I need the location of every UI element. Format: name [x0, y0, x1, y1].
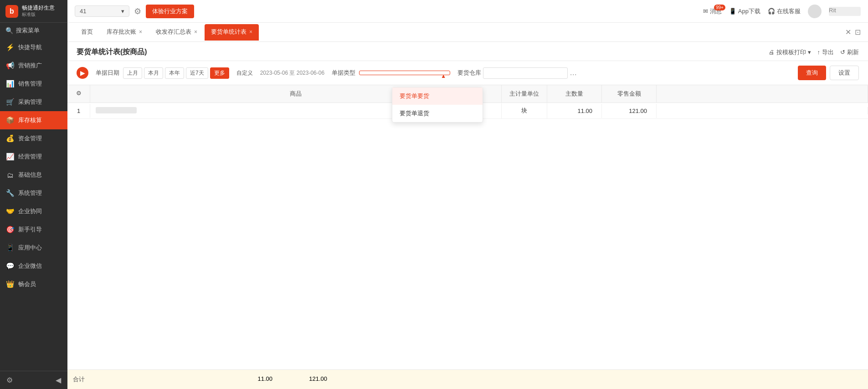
th-settings[interactable]: ⚙ — [67, 85, 90, 102]
chevron-down-icon: ▾ — [121, 8, 124, 15]
sidebar-item-inventory[interactable]: 📦 库存核算 — [0, 111, 67, 129]
refresh-label: 刷新 — [847, 48, 859, 56]
sidebar-bottom: ⚙ ◀ — [0, 371, 67, 389]
topbar-gear-icon[interactable]: ⚙ — [134, 6, 141, 16]
date-this-year[interactable]: 本年 — [165, 67, 184, 79]
sidebar-item-enterprise[interactable]: 🤝 企业协同 — [0, 202, 67, 220]
collapse-icon[interactable]: ◀ — [56, 376, 61, 384]
sidebar-item-system[interactable]: 🔧 系统管理 — [0, 184, 67, 202]
sidebar-item-guide[interactable]: 🎯 新手引导 — [0, 220, 67, 239]
tab-close-icon[interactable]: × — [249, 29, 252, 35]
tab-inventory-batch-label: 库存批次账 — [107, 28, 136, 36]
app-download-btn[interactable]: 📱 App下载 — [729, 7, 760, 15]
td-qty: 11.00 — [547, 104, 602, 118]
filter-expand-btn[interactable]: ▶ — [77, 67, 88, 79]
date-last-month[interactable]: 上月 — [123, 67, 142, 79]
trial-btn[interactable]: 体验行业方案 — [146, 5, 194, 18]
user-avatar[interactable] — [808, 5, 822, 18]
quick-nav-icon: ⚡ — [5, 43, 15, 52]
company-selector[interactable]: 41 ▾ — [75, 5, 129, 17]
tab-receivable[interactable]: 收发存汇总表 × — [149, 24, 204, 41]
sidebar-item-label: 应用中心 — [18, 244, 42, 252]
dropdown-item-requisition-order[interactable]: 要货单要货 — [392, 87, 483, 105]
wechat-icon: 💬 — [5, 261, 15, 271]
search-menu-label: 搜索菜单 — [16, 26, 40, 35]
type-arrow-icon: ▲ — [441, 73, 446, 79]
messages-btn[interactable]: ✉ 消息 99+ — [703, 7, 722, 15]
refresh-btn[interactable]: ↺ 刷新 — [840, 48, 859, 56]
warehouse-label: 要货仓库 — [457, 69, 481, 77]
export-btn[interactable]: ↑ 导出 — [817, 48, 834, 56]
print-icon: 🖨 — [769, 49, 775, 56]
sidebar-item-finance[interactable]: 💰 资金管理 — [0, 129, 67, 148]
sidebar-item-label: 畅会员 — [18, 280, 36, 288]
sidebar-item-basic[interactable]: 🗂 基础信息 — [0, 166, 67, 184]
product-placeholder — [96, 107, 137, 113]
type-input[interactable]: ▲ — [359, 71, 450, 75]
tab-inventory-batch[interactable]: 库存批次账 × — [100, 24, 149, 41]
filter-bar: ▶ 单据日期 上月 本月 本年 近7天 更多 自定义 2023-05-06 至 … — [67, 61, 868, 85]
filter-actions: 查询 设置 — [798, 66, 859, 80]
sidebar-nav: ⚡ 快捷导航 📢 营销推广 📊 销售管理 🛒 采购管理 📦 库存核算 💰 资金管… — [0, 38, 67, 371]
search-menu[interactable]: 🔍 搜索菜单 — [0, 23, 67, 38]
sidebar-item-label: 新手引导 — [18, 225, 42, 234]
date-7days[interactable]: 近7天 — [186, 67, 208, 79]
purchase-icon: 🛒 — [5, 97, 15, 107]
type-label: 单据类型 — [332, 69, 355, 77]
tab-maximize-icon[interactable]: ⊡ — [855, 28, 861, 36]
date-this-month[interactable]: 本月 — [144, 67, 163, 79]
td-rest — [657, 107, 868, 114]
type-filter-group: 单据类型 ▲ 要货单要货 要货单退货 — [332, 69, 450, 77]
sidebar-item-purchase[interactable]: 🛒 采购管理 — [0, 93, 67, 111]
app-logo: b 畅捷通好生意 标准版 — [0, 0, 67, 23]
sidebar-item-label: 系统管理 — [18, 189, 42, 197]
enterprise-icon: 🤝 — [5, 207, 15, 216]
app-download-label: App下载 — [738, 7, 760, 15]
sidebar-item-marketing[interactable]: 📢 营销推广 — [0, 56, 67, 75]
sidebar-item-operations[interactable]: 📈 经营管理 — [0, 148, 67, 166]
tab-close-icon[interactable]: × — [194, 29, 197, 35]
tab-close-icon[interactable]: × — [139, 29, 142, 35]
tab-close-all-icon[interactable]: ✕ — [845, 28, 851, 36]
date-more[interactable]: 更多 — [210, 67, 229, 79]
footer-label: 合计 — [67, 370, 227, 389]
logo-icon: b — [5, 5, 18, 18]
sidebar-item-apps[interactable]: 📱 应用中心 — [0, 239, 67, 257]
date-custom[interactable]: 自定义 — [233, 68, 257, 78]
inventory-icon: 📦 — [5, 116, 15, 125]
page-title: 要货单统计表(按商品) — [77, 47, 147, 57]
date-filter-group: 单据日期 上月 本月 本年 近7天 更多 自定义 2023-05-06 至 20… — [96, 67, 324, 79]
page-content: 要货单统计表(按商品) 🖨 按模板打印 ▾ ↑ 导出 ↺ 刷新 ▶ — [67, 42, 868, 389]
search-icon: 🔍 — [5, 27, 13, 34]
tab-home[interactable]: 首页 — [75, 24, 99, 41]
settings-btn[interactable]: 设置 — [830, 66, 859, 80]
warehouse-input[interactable] — [483, 67, 568, 79]
sidebar-item-wechat[interactable]: 💬 企业微信 — [0, 257, 67, 275]
print-btn[interactable]: 🖨 按模板打印 ▾ — [769, 48, 811, 56]
online-service-btn[interactable]: 🎧 在线客服 — [768, 7, 801, 15]
basic-icon: 🗂 — [5, 170, 15, 179]
tab-requisition-label: 要货单统计表 — [211, 28, 247, 36]
refresh-icon: ↺ — [840, 49, 845, 56]
tabs-right-actions: ✕ ⊡ — [845, 28, 861, 36]
sidebar: b 畅捷通好生意 标准版 🔍 搜索菜单 ⚡ 快捷导航 📢 营销推广 📊 销售管理… — [0, 0, 67, 389]
sidebar-item-label: 经营管理 — [18, 153, 42, 161]
page-header: 要货单统计表(按商品) 🖨 按模板打印 ▾ ↑ 导出 ↺ 刷新 — [67, 42, 868, 61]
warehouse-more-icon[interactable]: … — [570, 69, 577, 77]
sidebar-item-member[interactable]: 👑 畅会员 — [0, 275, 67, 293]
sidebar-item-label: 资金管理 — [18, 134, 42, 143]
dropdown-item-requisition-return[interactable]: 要货单退货 — [392, 105, 483, 122]
export-icon: ↑ — [817, 49, 821, 56]
query-btn[interactable]: 查询 — [798, 66, 826, 80]
guide-icon: 🎯 — [5, 225, 15, 234]
tab-requisition[interactable]: 要货单统计表 × — [205, 24, 259, 41]
company-selector-text: 41 — [80, 8, 86, 15]
print-chevron-icon: ▾ — [808, 49, 811, 56]
sidebar-item-sales[interactable]: 📊 销售管理 — [0, 75, 67, 93]
topbar-right: ✉ 消息 99+ 📱 App下载 🎧 在线客服 Rit — [703, 5, 861, 18]
sidebar-item-quick-nav[interactable]: ⚡ 快捷导航 — [0, 38, 67, 56]
settings-icon[interactable]: ⚙ — [6, 376, 13, 384]
message-badge: 99+ — [714, 5, 725, 10]
footer-rest — [336, 370, 868, 389]
message-icon: ✉ — [703, 8, 708, 15]
